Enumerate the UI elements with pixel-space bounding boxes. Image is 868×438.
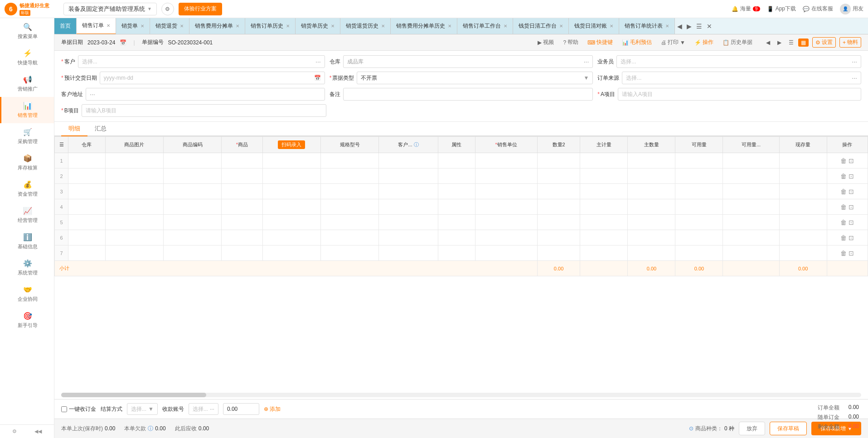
row-1-avail-qty2[interactable] [723,153,779,168]
row-4-code[interactable] [163,199,221,215]
tab-sales-return-history[interactable]: 销货退货历史 ✕ [340,18,391,34]
sidebar-item-operations[interactable]: 📈 经营管理 [0,202,54,228]
address-dots-icon[interactable]: ··· [90,91,95,98]
tab-prev[interactable]: ◀ [675,23,684,30]
prev-record-btn[interactable]: ◀ [763,39,773,47]
payment-select[interactable]: 选择... ▼ [127,403,158,415]
list-view-btn[interactable]: ☰ [786,39,796,47]
sidebar-item-basic[interactable]: ℹ️ 基础信息 [0,228,54,255]
user-item[interactable]: 👤 用友 [840,4,863,14]
tab-sales-order-history[interactable]: 销售订单历史 ✕ [245,18,296,34]
row-7-code[interactable] [163,245,221,261]
sidebar-item-marketing[interactable]: 📢 营销推广 [0,71,54,97]
calendar-small-icon[interactable]: 📅 [314,75,321,81]
sidebar-collapse[interactable]: ◀◀ [34,428,42,434]
tab-sales-receipt-history-close[interactable]: ✕ [331,24,335,29]
row-2-avail-qty[interactable] [675,168,723,184]
row-2-attr[interactable] [438,168,475,184]
row-2-product[interactable] [222,168,263,184]
tab-cash-reconcile[interactable]: 钱货日清对账 ✕ [569,18,619,34]
add-material-btn[interactable]: + 物料 [839,37,861,48]
staff-dots-icon[interactable]: ··· [852,58,857,65]
row-3-delete-icon[interactable]: 🗑 [840,188,847,195]
tab-detail[interactable]: 明细 [61,122,87,136]
goods-count-circle-icon[interactable]: ⊙ [689,425,693,432]
tab-sales-fee-close[interactable]: ✕ [236,24,239,29]
tab-sales-stats-close[interactable]: ✕ [665,24,669,29]
tab-sales-order[interactable]: 销售订单 ✕ [77,18,116,34]
row-5-current-stock[interactable] [779,215,827,230]
row-5-warehouse[interactable] [68,215,106,230]
system-name-selector[interactable]: 装备及固定资产辅助管理系统 ▼ [63,3,157,15]
row-5-delete-icon[interactable]: 🗑 [840,219,847,226]
sidebar-item-nav[interactable]: ⚡ 快捷导航 [0,44,54,71]
current-debt-info-icon[interactable]: ⓘ [148,425,153,433]
settings-button[interactable]: ⚙ [161,3,174,15]
tab-sales-return-close[interactable]: ✕ [180,24,184,29]
row-2-delete-icon[interactable]: 🗑 [840,173,847,180]
order-source-input[interactable]: 选择... ··· [622,72,861,84]
tab-next[interactable]: ▶ [684,23,694,30]
row-3-avail-qty2[interactable] [723,184,779,199]
sidebar-item-collab[interactable]: 🤝 企业协同 [0,281,54,307]
tab-summary[interactable]: 汇总 [87,122,114,136]
row-3-warehouse[interactable] [68,184,106,199]
row-3-code[interactable] [163,184,221,199]
settings-panel-btn[interactable]: ⚙ 设置 [812,37,836,48]
row-2-unit[interactable] [475,168,537,184]
help-btn[interactable]: ? 帮助 [560,38,581,47]
row-3-customer[interactable] [379,184,438,199]
row-4-avail-qty[interactable] [675,199,723,215]
one-key-checkbox[interactable]: 一键收订金 [61,405,96,413]
row-5-main-unit[interactable] [580,215,628,230]
invoice-type-select[interactable]: 不开票 ▼ [357,72,593,84]
tab-sales-fee-history-close[interactable]: ✕ [448,24,451,29]
customer-dots-icon[interactable]: ··· [315,58,321,65]
tab-sales-order-close[interactable]: ✕ [107,23,110,28]
row-6-current-stock[interactable] [779,230,827,245]
row-4-qty2[interactable] [537,199,580,215]
row-3-qty2[interactable] [537,184,580,199]
tab-close-all[interactable]: ✕ [704,23,714,30]
scrollbar-thumb[interactable] [61,393,206,397]
row-4-unit[interactable] [475,199,537,215]
row-1-spec[interactable] [321,153,379,168]
customer-input[interactable]: 选择... ··· [78,55,325,68]
row-5-spec[interactable] [321,215,379,230]
row-2-avail-qty2[interactable] [723,168,779,184]
tab-sales-fee[interactable]: 销售费用分摊单 ✕ [189,18,245,34]
app-download-item[interactable]: 📱 App下载 [767,5,796,13]
row-6-spec[interactable] [321,230,379,245]
row-2-qty2[interactable] [537,168,580,184]
tab-sales-order-history-close[interactable]: ✕ [286,24,290,29]
calendar-icon[interactable]: 📅 [120,39,126,46]
row-5-code[interactable] [163,215,221,230]
row-7-img[interactable] [105,245,163,261]
sidebar-gear[interactable]: ⚙ [12,428,17,434]
tab-sales-fee-history[interactable]: 销售费用分摊单历史 ✕ [391,18,457,34]
history-btn[interactable]: 📋 历史单据 [720,38,755,47]
row-2-scan[interactable] [262,168,320,184]
account-select[interactable]: 选择... ··· [189,403,218,415]
row-6-avail-qty[interactable] [675,230,723,245]
row-2-img[interactable] [105,168,163,184]
row-6-product[interactable] [222,230,263,245]
tab-cash-workbench-close[interactable]: ✕ [559,24,563,29]
view-btn[interactable]: ▶ 视频 [535,38,557,47]
row-1-delete-icon[interactable]: 🗑 [840,157,847,164]
row-5-attr[interactable] [438,215,475,230]
row-3-unit[interactable] [475,184,537,199]
row-2-warehouse[interactable] [68,168,106,184]
row-2-main-unit[interactable] [580,168,628,184]
sidebar-item-purchase[interactable]: 🛒 采购管理 [0,123,54,149]
remark-input[interactable] [343,88,593,101]
row-7-avail-qty2[interactable] [723,245,779,261]
tab-sales-receipt-close[interactable]: ✕ [141,24,144,29]
row-6-code[interactable] [163,230,221,245]
scan-btn[interactable]: 扫码录入 [278,140,305,149]
row-1-current-stock[interactable] [779,153,827,168]
row-3-product[interactable] [222,184,263,199]
row-6-delete-icon[interactable]: 🗑 [840,234,847,241]
row-6-copy-icon[interactable]: ⊡ [849,234,854,241]
sidebar-item-search[interactable]: 🔍 搜索菜单 [0,18,54,44]
